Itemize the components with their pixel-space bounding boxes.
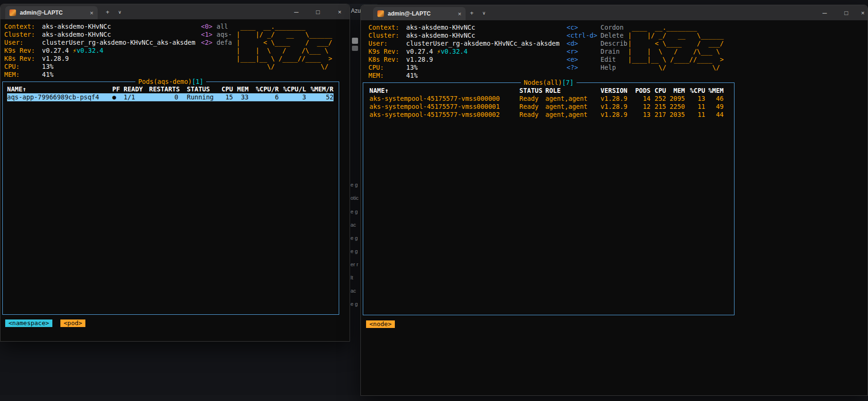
cell-cpu-pct: 11 bbox=[685, 111, 705, 119]
new-tab-button[interactable]: + bbox=[466, 5, 478, 20]
nodes-table: Nodes(all)[7] NAME↑ STATUS ROLE VERSION … bbox=[363, 82, 734, 315]
info-value: 13% bbox=[42, 63, 53, 70]
cell-role: agent,agent bbox=[545, 111, 601, 119]
menu-item-namespace-all[interactable]: <0>all bbox=[201, 23, 228, 31]
table-title-resource: Pods(aqs-demo) bbox=[138, 78, 192, 85]
menu-item-describe[interactable]: <d>Describ bbox=[567, 40, 627, 48]
background-text-fragment: e g bbox=[351, 248, 358, 254]
crumb-node[interactable]: <node> bbox=[366, 320, 395, 328]
background-scrollbar-thumb[interactable] bbox=[352, 38, 358, 44]
menu-label: Help bbox=[601, 64, 616, 71]
col-cpu-l: %CPU/L bbox=[279, 85, 306, 93]
info-label: MEM: bbox=[368, 72, 406, 80]
nodes-table-title: Nodes(all)[7] bbox=[521, 79, 576, 87]
background-scrollbar-track[interactable] bbox=[352, 46, 358, 51]
menu-item-edit[interactable]: <e>Edit bbox=[567, 56, 616, 64]
cell-ready: 1/1 bbox=[124, 93, 149, 101]
cell-cpu-r: 6 bbox=[249, 93, 279, 101]
info-line-mem: MEM:41% bbox=[368, 72, 417, 80]
cell-version: v1.28.9 bbox=[601, 111, 635, 119]
close-button[interactable]: × bbox=[329, 4, 350, 19]
minimize-button[interactable]: ─ bbox=[814, 5, 835, 20]
info-line-cluster: Cluster:aks-aksdemo-KHvNCc bbox=[4, 31, 111, 39]
right-terminal-content: Context:aks-aksdemo-KHvNCc Cluster:aks-a… bbox=[361, 20, 868, 395]
cell-pods: 12 bbox=[635, 103, 651, 111]
col-role: ROLE bbox=[545, 87, 601, 95]
pods-table-header: NAME↑ PF READY RESTARTS STATUS CPU MEM %… bbox=[7, 85, 334, 93]
minimize-button[interactable]: ─ bbox=[285, 4, 307, 19]
cell-mem-pct: 44 bbox=[705, 111, 724, 119]
terminal-tab[interactable]: admin@-LAPTC × bbox=[373, 7, 466, 20]
upgrade-version: v0.32.4 bbox=[76, 47, 103, 54]
terminal-tab[interactable]: admin@-LAPTC × bbox=[5, 6, 98, 19]
node-row[interactable]: aks-systempool-45175577-vmss000002 Ready… bbox=[369, 111, 724, 119]
info-value: aks-aksdemo-KHvNCc bbox=[406, 32, 475, 39]
cell-mem-pct: 49 bbox=[705, 103, 724, 111]
cell-status: Running bbox=[178, 93, 215, 101]
node-row[interactable]: aks-systempool-45175577-vmss000000 Ready… bbox=[369, 95, 724, 103]
col-ready: READY bbox=[124, 85, 149, 93]
close-button[interactable]: × bbox=[857, 5, 868, 20]
upgrade-bolt-icon: ⚡ bbox=[73, 47, 76, 54]
maximize-button[interactable]: □ bbox=[307, 4, 329, 19]
menu-item-cordon[interactable]: <c>Cordon bbox=[567, 24, 624, 32]
menu-key: <1> bbox=[201, 31, 217, 39]
tab-dropdown-button[interactable]: ∨ bbox=[115, 4, 125, 19]
menu-item-help[interactable]: <?>Help bbox=[567, 64, 616, 72]
pod-row-selected[interactable]: aqs-app-79966989cb-psqf4 ● 1/1 0 Running… bbox=[7, 93, 334, 101]
new-tab-button[interactable]: + bbox=[101, 4, 114, 19]
table-title-count: [7] bbox=[562, 79, 573, 86]
info-value: v1.28.9 bbox=[406, 56, 433, 63]
info-label: Cluster: bbox=[368, 32, 406, 40]
info-value: 41% bbox=[406, 72, 417, 79]
menu-key: <d> bbox=[567, 40, 601, 48]
info-label: K8s Rev: bbox=[368, 56, 406, 64]
menu-item-drain[interactable]: <r>Drain bbox=[567, 48, 620, 56]
left-titlebar: admin@-LAPTC × + ∨ ─ □ × bbox=[0, 4, 350, 19]
tab-close-icon[interactable]: × bbox=[458, 10, 461, 17]
info-value: v0.27.4 bbox=[406, 48, 433, 55]
info-line-context: Context:aks-aksdemo-KHvNCc bbox=[368, 24, 475, 32]
background-text-fragment: e g bbox=[351, 209, 358, 214]
info-line-user: User:clusterUser_rg-aksdemo-KHvNCc_aks-a… bbox=[4, 39, 195, 47]
menu-label: all bbox=[217, 23, 228, 30]
cell-cpu-pct: 13 bbox=[685, 95, 705, 103]
cell-cpu: 252 bbox=[651, 95, 666, 103]
menu-key: <ctrl-d> bbox=[567, 32, 601, 40]
info-line-k8s-rev: K8s Rev:v1.28.9 bbox=[4, 55, 69, 63]
cell-name: aks-systempool-45175577-vmss000000 bbox=[369, 95, 519, 103]
background-text-fragment: lt bbox=[351, 275, 353, 280]
tab-close-icon[interactable]: × bbox=[90, 9, 93, 16]
cell-status: Ready bbox=[519, 111, 545, 119]
crumb-namespace[interactable]: <namespace> bbox=[5, 319, 52, 327]
cell-cpu: 15 bbox=[215, 93, 233, 101]
col-cpu-r: %CPU/R bbox=[249, 85, 279, 93]
col-mem: MEM bbox=[233, 85, 249, 93]
node-row[interactable]: aks-systempool-45175577-vmss000001 Ready… bbox=[369, 103, 724, 111]
menu-key: <r> bbox=[567, 48, 601, 56]
menu-item-namespace-1[interactable]: <1>aqs- bbox=[201, 31, 232, 39]
menu-item-namespace-2[interactable]: <2>defa bbox=[201, 39, 232, 47]
info-line-mem: MEM:41% bbox=[4, 71, 53, 79]
tab-dropdown-button[interactable]: ∨ bbox=[479, 5, 489, 20]
k9s-logo: ____ __.________ | |/ _/ __ \______ | < … bbox=[236, 23, 332, 71]
background-text-fragment: ac bbox=[351, 288, 356, 294]
cell-cpu-l: 3 bbox=[279, 93, 306, 101]
crumb-pod[interactable]: <pod> bbox=[60, 319, 85, 327]
col-name: NAME↑ bbox=[7, 85, 112, 93]
cell-status: Ready bbox=[519, 95, 545, 103]
info-line-k8s-rev: K8s Rev:v1.28.9 bbox=[368, 56, 433, 64]
info-value: aks-aksdemo-KHvNCc bbox=[42, 31, 111, 38]
info-line-context: Context:aks-aksdemo-KHvNCc bbox=[4, 23, 111, 31]
col-status: STATUS bbox=[178, 85, 215, 93]
maximize-button[interactable]: □ bbox=[835, 5, 857, 20]
info-label: User: bbox=[368, 40, 406, 48]
menu-item-delete[interactable]: <ctrl-d>Delete bbox=[567, 32, 624, 40]
info-label: K9s Rev: bbox=[4, 47, 42, 55]
col-pods: PODS bbox=[635, 87, 651, 95]
cell-mem: 33 bbox=[233, 93, 249, 101]
table-title-resource: Nodes(all) bbox=[524, 79, 562, 86]
info-line-k9s-rev: K9s Rev:v0.27.4 ⚡v0.32.4 bbox=[368, 48, 467, 56]
info-value: 13% bbox=[406, 64, 417, 71]
cell-pf-dot: ● bbox=[112, 93, 124, 101]
